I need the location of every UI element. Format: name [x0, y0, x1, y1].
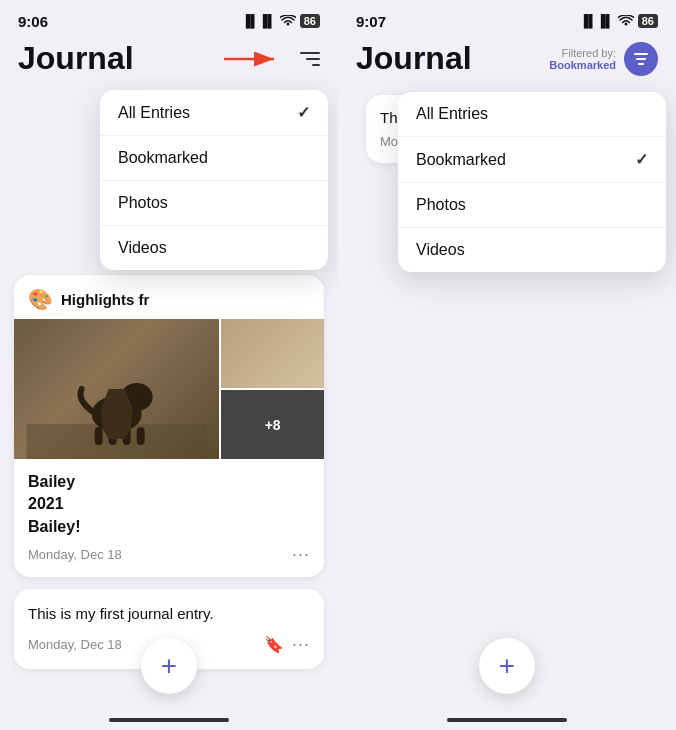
battery-left: 86 [300, 14, 320, 28]
dropdown-label: Photos [118, 194, 168, 212]
dropdown-item-all-entries-right[interactable]: All Entries [398, 92, 666, 137]
svg-rect-7 [109, 427, 117, 445]
svg-rect-9 [137, 427, 145, 445]
check-icon-left: ✓ [297, 103, 310, 122]
dropdown-item-all-entries-left[interactable]: All Entries ✓ [100, 90, 328, 136]
add-entry-button-right[interactable]: + [479, 638, 535, 694]
photo-side: +8 [221, 319, 324, 459]
app-header-left: Journal [0, 36, 338, 87]
filter-menu-button-left[interactable] [292, 45, 320, 73]
time-right: 9:07 [356, 13, 386, 30]
dropdown-label: Bookmarked [416, 151, 506, 169]
dropdown-label: Videos [118, 239, 167, 257]
svg-rect-3 [27, 424, 207, 459]
right-panel: 9:07 ▐▌▐▌ 86 Journal Filtered by: Bookma… [338, 0, 676, 730]
filter-value-right: Bookmarked [549, 59, 616, 71]
app-title-right: Journal [356, 40, 472, 77]
more-options-icon[interactable]: ··· [292, 544, 310, 565]
home-indicator-left [109, 718, 229, 722]
svg-rect-6 [95, 427, 103, 445]
bookmark-icon-left[interactable]: 🔖 [264, 635, 284, 654]
card-content: Bailey 2021 Bailey! Monday, Dec 18 ··· [14, 459, 324, 577]
wifi-icon-left [280, 15, 296, 27]
time-left: 9:06 [18, 13, 48, 30]
entry-date-left: Monday, Dec 18 [28, 637, 122, 652]
status-icons-left: ▐▌▐▌ 86 [242, 14, 320, 28]
photo-thumb-1 [221, 319, 324, 388]
dropdown-item-bookmarked-left[interactable]: Bookmarked [100, 136, 328, 181]
wifi-icon-right [618, 15, 634, 27]
dropdown-label: Videos [416, 241, 465, 259]
add-entry-button-left[interactable]: + [141, 638, 197, 694]
card-photos: +8 [14, 319, 324, 459]
app-header-right: Journal Filtered by: Bookmarked [338, 36, 676, 87]
journal-list-left: 🎨 Highlights fr [0, 267, 338, 677]
plus-icon-right: + [499, 650, 515, 682]
check-icon-right: ✓ [635, 150, 648, 169]
filter-lines-icon [634, 53, 648, 65]
battery-right: 86 [638, 14, 658, 28]
red-arrow [224, 47, 284, 71]
dropdown-label: All Entries [416, 105, 488, 123]
card-date: Monday, Dec 18 [28, 547, 122, 562]
highlights-emoji: 🎨 [28, 287, 53, 311]
dropdown-left[interactable]: All Entries ✓ Bookmarked Photos Videos [100, 90, 328, 270]
dropdown-label: Bookmarked [118, 149, 208, 167]
photo-thumb-2: +8 [221, 390, 324, 459]
highlights-card[interactable]: 🎨 Highlights fr [14, 275, 324, 577]
dog-silhouette [14, 319, 219, 459]
dropdown-item-videos-right[interactable]: Videos [398, 228, 666, 272]
dropdown-label: All Entries [118, 104, 190, 122]
more-options-icon-left[interactable]: ··· [292, 634, 310, 655]
status-bar-right: 9:07 ▐▌▐▌ 86 [338, 0, 676, 36]
signal-icon-right: ▐▌▐▌ [580, 14, 614, 28]
highlights-text: Highlights fr [61, 291, 149, 308]
dropdown-item-photos-left[interactable]: Photos [100, 181, 328, 226]
plus-icon-left: + [161, 650, 177, 682]
status-bar-left: 9:06 ▐▌▐▌ 86 [0, 0, 338, 36]
dropdown-item-videos-left[interactable]: Videos [100, 226, 328, 270]
highlights-header: 🎨 Highlights fr [14, 275, 324, 319]
signal-icon-left: ▐▌▐▌ [242, 14, 276, 28]
svg-point-5 [121, 383, 153, 411]
photo-main-img [14, 319, 219, 459]
app-title-left: Journal [18, 40, 134, 77]
entry-text-left: This is my first journal entry. [28, 603, 310, 624]
home-indicator-right [447, 718, 567, 722]
dropdown-item-bookmarked-right[interactable]: Bookmarked ✓ [398, 137, 666, 183]
dropdown-item-photos-right[interactable]: Photos [398, 183, 666, 228]
photo-count: +8 [265, 417, 281, 433]
dropdown-right[interactable]: All Entries Bookmarked ✓ Photos Videos [398, 92, 666, 272]
card-title: Bailey 2021 Bailey! [28, 471, 310, 538]
dropdown-label: Photos [416, 196, 466, 214]
filter-menu-button-right[interactable] [624, 42, 658, 76]
filter-label-right: Filtered by: [549, 47, 616, 59]
left-panel: 9:06 ▐▌▐▌ 86 Journal [0, 0, 338, 730]
photo-main [14, 319, 219, 459]
status-icons-right: ▐▌▐▌ 86 [580, 14, 658, 28]
card-meta: Monday, Dec 18 ··· [28, 544, 310, 565]
svg-rect-8 [123, 427, 131, 445]
